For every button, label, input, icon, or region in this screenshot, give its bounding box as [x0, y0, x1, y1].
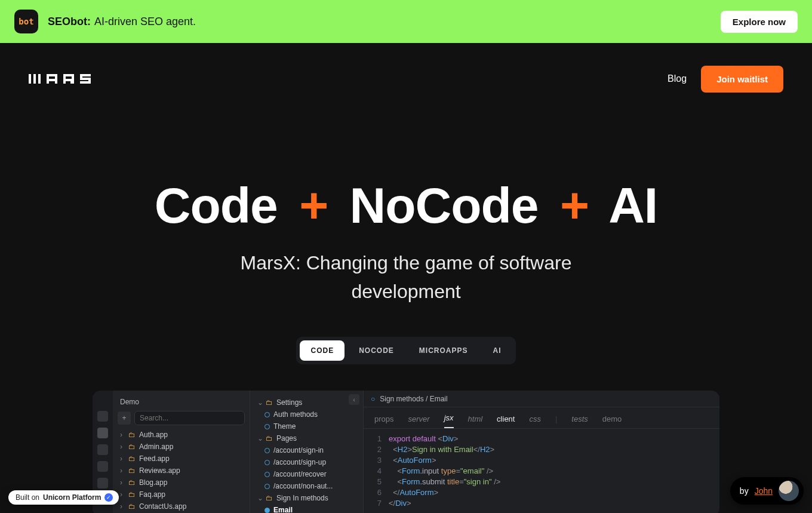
code-panel: ○ Sign methods / Email propsserverjsxhtm… [364, 391, 719, 513]
tab-code[interactable]: CODE [300, 340, 345, 361]
tree-item[interactable]: Theme [255, 420, 358, 432]
hero-word-nocode: NoCode [350, 177, 539, 234]
project-panel-title: Demo [118, 397, 245, 407]
nav-blog-link[interactable]: Blog [668, 73, 687, 84]
hero-word-ai: AI [608, 177, 657, 234]
site-nav: Blog Join waitlist [0, 43, 812, 115]
tree-item[interactable]: ⌄🗀Sign In methods [255, 492, 358, 504]
tree-item[interactable]: ›🗀Feed.app [118, 453, 245, 465]
plus-icon: + [552, 177, 597, 234]
breadcrumb: ○ Sign methods / Email [364, 391, 719, 407]
project-panel: Demo + ›🗀Auth.app›🗀Admin.app›🗀Feed.app›🗀… [113, 391, 250, 513]
project-tree: ›🗀Auth.app›🗀Admin.app›🗀Feed.app›🗀Reviews… [118, 429, 245, 513]
code-tab-css[interactable]: css [529, 414, 541, 428]
svg-rect-1 [33, 74, 36, 84]
tree-item[interactable]: ›🗀Reviews.app [118, 465, 245, 477]
tree-item[interactable]: ›🗀Admin.app [118, 441, 245, 453]
tree-item[interactable]: Auth methods [255, 408, 358, 420]
activity-db-icon[interactable] [97, 461, 108, 472]
author-link[interactable]: John [755, 486, 773, 496]
promo-tagline: AI-driven SEO agent. [94, 16, 196, 28]
tree-item[interactable]: ⌄🗀Settings [255, 397, 358, 408]
tab-ai[interactable]: AI [482, 340, 512, 361]
activity-apps-icon[interactable] [97, 428, 108, 438]
tree-item[interactable]: ›🗀Faq.app [118, 489, 245, 500]
code-area: 1234567 export default <Div> <H2>Sign in… [364, 429, 719, 513]
tree-item[interactable]: /account/recover [255, 468, 358, 480]
hero-title: Code + NoCode + AI [155, 180, 657, 231]
explore-now-button[interactable]: Explore now [721, 11, 798, 33]
hero-tabs: CODENOCODEMICROAPPSAI [296, 337, 515, 364]
tree-item[interactable]: ›🗀ContactUs.app [118, 500, 245, 512]
built-on-badge[interactable]: Built on Unicorn Platform ✓ [8, 490, 119, 505]
built-on-prefix: Built on [16, 493, 39, 502]
activity-search-icon[interactable] [97, 444, 108, 455]
hero: Code + NoCode + AI MarsX: Changing the g… [0, 180, 812, 513]
activity-settings-icon[interactable] [97, 478, 108, 489]
promo-banner: bot SEObot: AI-driven SEO agent. Explore… [0, 0, 812, 43]
promo-title: SEObot: [48, 16, 91, 28]
tab-nocode[interactable]: NOCODE [348, 340, 405, 361]
svg-rect-16 [80, 81, 91, 84]
code-tab-props[interactable]: props [374, 414, 394, 428]
join-waitlist-button[interactable]: Join waitlist [701, 66, 783, 93]
by-john-badge[interactable]: by John [730, 477, 804, 505]
code-tab-|: | [555, 414, 557, 428]
line-numbers: 1234567 [364, 434, 389, 512]
tree-item[interactable]: /account/sign-up [255, 456, 358, 468]
activity-add-icon[interactable] [97, 411, 108, 422]
mars-logo[interactable] [29, 72, 100, 86]
code-body: export default <Div> <H2>Sign in with Em… [389, 434, 500, 512]
code-tab-demo[interactable]: demo [602, 414, 622, 428]
collapse-panel-button[interactable]: ‹ [349, 394, 359, 405]
plus-icon: + [291, 177, 336, 234]
promo-text: SEObot: AI-driven SEO agent. [48, 16, 196, 28]
built-on-platform: Unicorn Platform [43, 493, 101, 502]
breadcrumb-path: Sign methods / Email [380, 395, 447, 403]
seobot-logo: bot [14, 10, 38, 33]
tree-item[interactable]: Email [255, 504, 358, 513]
tree-item[interactable]: /account/non-aut... [255, 480, 358, 492]
code-tab-html[interactable]: html [468, 414, 483, 428]
tree-item[interactable]: /account/sign-in [255, 444, 358, 456]
avatar [779, 481, 799, 501]
add-button[interactable]: + [118, 411, 131, 425]
code-tab-jsx[interactable]: jsx [444, 413, 454, 428]
verified-badge-icon: ✓ [104, 493, 113, 502]
breadcrumb-icon: ○ [371, 395, 375, 403]
tree-item[interactable]: ⌄🗀Pages [255, 432, 358, 444]
svg-rect-11 [70, 80, 74, 84]
tree-item[interactable]: ›🗀Blog.app [118, 477, 245, 489]
svg-rect-6 [47, 79, 57, 81]
svg-rect-2 [38, 74, 41, 84]
svg-rect-0 [29, 74, 31, 84]
hero-subtitle: MarsX: Changing the game of software dev… [191, 248, 621, 306]
by-prefix: by [740, 486, 749, 496]
code-tab-server[interactable]: server [408, 414, 430, 428]
code-tab-client[interactable]: client [497, 414, 515, 428]
search-input[interactable] [134, 411, 245, 425]
hero-word-code: Code [155, 177, 278, 234]
editor-screenshot: Demo + ›🗀Auth.app›🗀Admin.app›🗀Feed.app›🗀… [93, 391, 719, 513]
tab-microapps[interactable]: MICROAPPS [408, 340, 479, 361]
code-tab-tests[interactable]: tests [571, 414, 588, 428]
tree-item[interactable]: ›🗀Auth.app [118, 429, 245, 441]
settings-tree: ⌄🗀SettingsAuth methodsTheme⌄🗀Pages/accou… [255, 397, 358, 513]
code-tabs: propsserverjsxhtmlclientcss|testsdemo [364, 407, 719, 429]
seobot-logo-text: bot [19, 17, 33, 26]
sub-panel: ‹ ⌄🗀SettingsAuth methodsTheme⌄🗀Pages/acc… [250, 391, 364, 513]
